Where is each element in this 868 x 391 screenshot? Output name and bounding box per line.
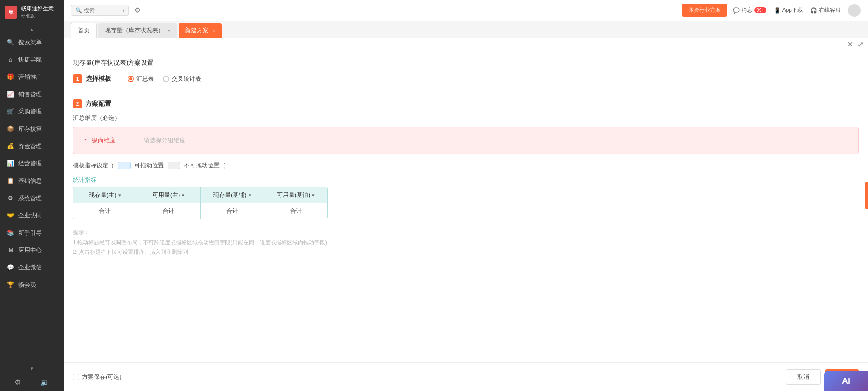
- close-panel-icon[interactable]: ✕: [847, 41, 853, 48]
- sidebar-item-basic[interactable]: 📋 基础信息: [0, 172, 64, 190]
- side-expand-handle[interactable]: [865, 182, 868, 209]
- content-topbar: ✕ ⤢: [64, 38, 868, 51]
- stats-section: 统计指标 现存量(主) ▾ 合计 可用量(主): [73, 176, 859, 221]
- sidebar-item-search[interactable]: 🔍 搜索菜单: [0, 34, 64, 51]
- sidebar-item-purchase[interactable]: 🛒 采购管理: [0, 103, 64, 120]
- sales-icon: 📈: [6, 90, 15, 98]
- stats-col-3-label: 现存量(基辅): [213, 191, 247, 199]
- sidebar-scroll-down[interactable]: ▼: [0, 364, 64, 373]
- topbar-search-box[interactable]: 🔍 ▾: [71, 5, 129, 16]
- section-2-number: 2: [73, 99, 82, 108]
- sidebar-item-shortcut[interactable]: ⌂ 快捷导航: [0, 51, 64, 68]
- operation-icon: 📊: [6, 159, 15, 168]
- radio-cross-label: 交叉统计表: [172, 75, 201, 83]
- content-area: 现存量(库存状况表)方案设置 1 选择模板 汇总表 交叉统计表: [64, 51, 868, 362]
- message-icon: 💬: [733, 7, 740, 14]
- template-radio-group: 汇总表 交叉统计表: [128, 75, 201, 83]
- dimension-placeholder: 请选择分组维度: [144, 136, 185, 144]
- dimension-dash: ——: [124, 137, 136, 144]
- radio-summary[interactable]: 汇总表: [128, 75, 154, 83]
- sidebar-bottom: ⚙ 🔉: [0, 373, 64, 391]
- template-indicators-prefix: 模板指标设定（: [73, 161, 114, 170]
- sidebar-item-label: 库存核算: [18, 125, 42, 133]
- customer-service-button[interactable]: 🎧 在线客服: [810, 6, 841, 14]
- save-label: 方案保存(可选): [82, 373, 122, 381]
- save-checkbox[interactable]: [73, 374, 79, 380]
- stats-col-2-body: 合计: [137, 203, 200, 219]
- movable-label: 可拖动位置: [134, 161, 164, 170]
- sidebar-item-operation[interactable]: 📊 经营管理: [0, 155, 64, 172]
- stats-col-3-chevron[interactable]: ▾: [249, 192, 251, 198]
- stats-col-3-header[interactable]: 现存量(基辅) ▾: [201, 187, 264, 203]
- sidebar-item-member[interactable]: 🏆 畅会员: [0, 276, 64, 293]
- topbar: 🔍 ▾ ⚙ 体验行业方案 💬 消息 99+ 📱 App下载 🎧 在线客服: [64, 0, 868, 21]
- tab-home-label: 首页: [78, 26, 90, 35]
- radio-summary-circle: [128, 76, 134, 82]
- messages-button[interactable]: 💬 消息 99+: [733, 6, 766, 14]
- stats-col-1-chevron[interactable]: ▾: [118, 192, 121, 198]
- settings-gear-icon[interactable]: ⚙: [134, 6, 141, 15]
- tab-inventory-status[interactable]: 现存量（库存状况表） ×: [98, 23, 177, 38]
- tab-new-scheme[interactable]: 新建方案 ×: [179, 23, 221, 38]
- dropdown-icon[interactable]: ▾: [122, 7, 125, 14]
- tab-new-scheme-label: 新建方案: [185, 26, 209, 35]
- sidebar-item-partner[interactable]: 🤝 企业协同: [0, 207, 64, 224]
- sidebar-item-finance[interactable]: 💰 资金管理: [0, 138, 64, 155]
- template-indicators-suffix: ）: [223, 161, 229, 170]
- partner-icon: 🤝: [6, 211, 15, 220]
- section-2: 2 方案配置 汇总维度（必选） * 纵向维度 —— 请选择分组维度 模板指标设定…: [73, 99, 859, 257]
- sidebar-item-system[interactable]: ⚙ 系统管理: [0, 190, 64, 207]
- expand-panel-icon[interactable]: ⤢: [858, 41, 863, 48]
- unmovable-label: 不可拖动位置: [184, 161, 220, 170]
- dimension-row[interactable]: * 纵向维度 —— 请选择分组维度: [73, 127, 859, 154]
- radio-cross[interactable]: 交叉统计表: [163, 75, 201, 83]
- dimension-label: 汇总维度（必选）: [73, 114, 859, 122]
- sidebar-item-guide[interactable]: 📚 新手引导: [0, 224, 64, 242]
- sidebar-item-label: 新手引导: [18, 229, 42, 237]
- trial-button[interactable]: 体验行业方案: [682, 4, 727, 17]
- save-option[interactable]: 方案保存(可选): [73, 373, 122, 381]
- stats-col-4-header[interactable]: 可用量(基辅) ▾: [264, 187, 327, 203]
- section-1-title: 选择模板: [86, 75, 111, 83]
- radio-cross-circle: [163, 76, 169, 82]
- section-2-title: 方案配置: [86, 100, 111, 108]
- sidebar-item-label: 畅会员: [18, 281, 36, 289]
- sidebar-item-sales[interactable]: 📈 销售管理: [0, 86, 64, 103]
- page-title: 现存量(库存状况表)方案设置: [73, 59, 859, 67]
- settings-icon[interactable]: ⚙: [15, 378, 21, 386]
- stats-col-2-label: 可用量(主): [153, 191, 180, 199]
- sidebar-item-wechat[interactable]: 💬 企业微信: [0, 259, 64, 276]
- search-icon: 🔍: [75, 7, 82, 14]
- stats-col-1: 现存量(主) ▾ 合计: [73, 187, 137, 219]
- tab-home[interactable]: 首页: [71, 23, 97, 38]
- sidebar-item-marketing[interactable]: 🎁 营销推广: [0, 68, 64, 86]
- stats-col-3-body: 合计: [201, 203, 264, 219]
- sidebar-item-appstore[interactable]: 🖥 应用中心: [0, 242, 64, 259]
- member-icon: 🏆: [6, 281, 15, 289]
- user-avatar[interactable]: [848, 4, 861, 17]
- guide-icon: 📚: [6, 229, 15, 237]
- tip-2: 2. 点击标题栏下拉可设置排序、插入列和删除列: [73, 247, 859, 257]
- section-divider-1: [73, 93, 859, 93]
- ai-label: Ai: [842, 376, 850, 386]
- sidebar-item-inventory[interactable]: 📦 库存核算: [0, 120, 64, 138]
- sidebar-item-label: 基础信息: [18, 177, 42, 185]
- tab-new-scheme-close-icon[interactable]: ×: [212, 28, 215, 33]
- sidebar-nav: 🔍 搜索菜单 ⌂ 快捷导航 🎁 营销推广 📈 销售管理 🛒 采购管理 📦 库存核…: [0, 34, 64, 364]
- appstore-icon: 🖥: [6, 246, 15, 254]
- audio-icon[interactable]: 🔉: [41, 378, 50, 386]
- stats-col-2-header[interactable]: 可用量(主) ▾: [137, 187, 200, 203]
- app-download-button[interactable]: 📱 App下载: [774, 6, 803, 14]
- tab-inventory-close-icon[interactable]: ×: [168, 28, 170, 33]
- ai-float-button[interactable]: Ai: [824, 371, 868, 391]
- search-input[interactable]: [84, 7, 120, 14]
- stats-table: 现存量(主) ▾ 合计 可用量(主) ▾ 合计: [73, 187, 328, 219]
- sidebar-scroll-up[interactable]: ▲: [0, 25, 64, 34]
- cancel-button[interactable]: 取消: [786, 369, 821, 385]
- stats-col-2-chevron[interactable]: ▾: [182, 192, 184, 198]
- stats-col-4-chevron[interactable]: ▾: [312, 192, 315, 198]
- stats-col-1-header[interactable]: 现存量(主) ▾: [73, 187, 137, 203]
- inventory-icon: 📦: [6, 125, 15, 133]
- sidebar-logo: 畅 畅康通好生意 标准版: [0, 0, 64, 25]
- stats-table-header-row: 现存量(主) ▾ 合计 可用量(主) ▾ 合计: [73, 187, 327, 219]
